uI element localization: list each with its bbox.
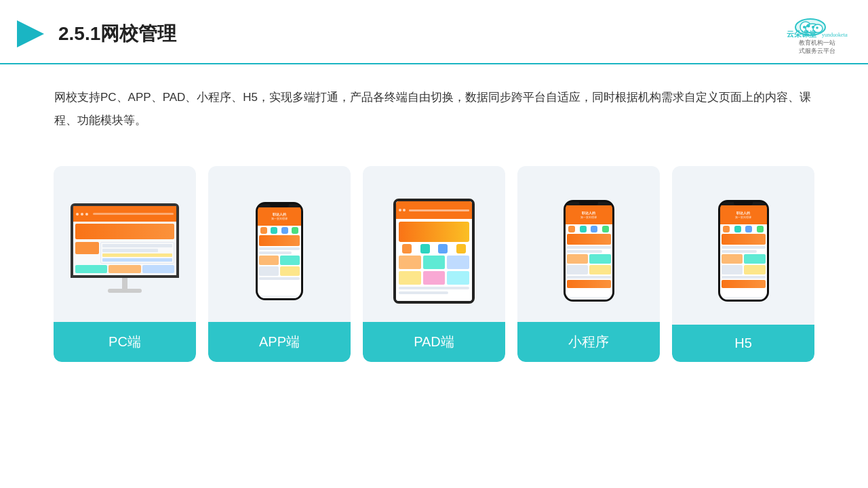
pc-image-area [54, 180, 196, 322]
app-image-area: 职达人的 第一堂刘理课 [208, 180, 351, 322]
card-mini-label: 小程序 [517, 322, 660, 362]
monitor-screen [71, 203, 179, 278]
card-h5-label: H5 [672, 325, 814, 362]
mini-phone: 职达人的 第一堂刘理课 [564, 200, 614, 302]
play-icon [14, 17, 47, 51]
cards-container: PC端 职达人的 第一堂刘理课 [0, 146, 868, 382]
card-app: 职达人的 第一堂刘理课 [208, 166, 351, 362]
svg-point-11 [812, 26, 814, 28]
logo-area: 云朵课堂 yunduoketang.com 教育机构一站 式服务云平台 [787, 12, 848, 55]
svg-text:云朵课堂: 云朵课堂 [787, 30, 817, 38]
card-pad: PAD端 [363, 166, 505, 362]
mini-image-area: 职达人的 第一堂刘理课 [517, 180, 660, 322]
header: 2.5.1网校管理 云朵课堂 yunduoketang.com 教育机构一站 式… [0, 0, 868, 64]
h5-phone: 职达人的 第一堂刘理课 [718, 200, 769, 302]
pc-monitor [67, 203, 182, 298]
card-pc-label: PC端 [54, 322, 196, 362]
logo-subtitle: 教育机构一站 式服务云平台 [799, 39, 835, 55]
svg-marker-0 [17, 20, 44, 47]
pad-image-area [363, 180, 505, 322]
description-text: 网校支持PC、APP、PAD、小程序、H5，实现多端打通，产品各终端自由切换，数… [54, 86, 814, 132]
pad-tablet [393, 199, 475, 304]
app-phone: 职达人的 第一堂刘理课 [256, 202, 303, 300]
logo-icon: 云朵课堂 yunduoketang.com [787, 12, 848, 38]
svg-point-10 [807, 24, 810, 28]
svg-point-12 [816, 26, 818, 29]
svg-text:yunduoketang.com: yunduoketang.com [822, 32, 848, 38]
card-miniprogram: 职达人的 第一堂刘理课 [517, 166, 660, 362]
header-left: 2.5.1网校管理 [14, 17, 176, 51]
card-pad-label: PAD端 [363, 322, 505, 362]
card-h5: 职达人的 第一堂刘理课 [672, 166, 814, 362]
description: 网校支持PC、APP、PAD、小程序、H5，实现多端打通，产品各终端自由切换，数… [0, 64, 868, 139]
svg-point-9 [803, 26, 806, 28]
h5-image-area: 职达人的 第一堂刘理课 [672, 180, 814, 322]
card-app-label: APP端 [208, 322, 351, 362]
card-pc: PC端 [54, 166, 196, 362]
page-title: 2.5.1网校管理 [58, 21, 176, 47]
